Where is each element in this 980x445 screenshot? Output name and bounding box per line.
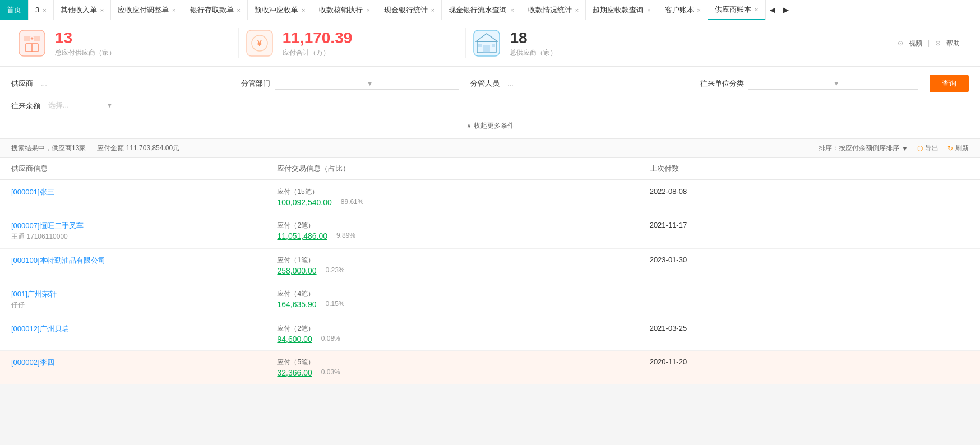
last-pay-cell: 2021-03-25 <box>650 324 863 332</box>
supplier-link[interactable]: [000002]李四 <box>11 358 54 367</box>
refresh-label: 刷新 <box>955 143 969 153</box>
person-input[interactable] <box>504 77 689 90</box>
card1-content: 13 总应付供应商（家） <box>55 29 115 58</box>
person-filter: 分管人员 <box>470 77 689 90</box>
nav-tab-home[interactable]: 首页 <box>0 0 29 20</box>
filter-row-2: 往来余额 选择... ▼ <box>11 98 969 113</box>
nav-tab-other-income-label: 其他收入单 <box>61 5 97 15</box>
supplier-icon: ¥ <box>17 28 47 58</box>
nav-tab-ap-adjust[interactable]: 应收应付调整单 × <box>111 0 183 20</box>
summary-card-total: ¥ 11,170.39 应付合计（万） <box>239 28 466 58</box>
transaction-cell: 应付（1笔） 258,000.00 0.23% <box>277 256 649 275</box>
nav-tab-ap-adjust-label: 应收应付调整单 <box>118 5 169 15</box>
chevron-down-icon: ▼ <box>367 80 456 87</box>
nav-tab-other-income[interactable]: 其他收入单 × <box>54 0 111 20</box>
close-icon[interactable]: × <box>647 7 650 13</box>
table-row: [000012]广州贝瑞 应付（2笔） 94,600.00 0.08% 2021… <box>0 317 980 351</box>
category-filter: 往来单位分类 ▼ <box>700 78 919 90</box>
last-pay-date: 2021-03-25 <box>650 324 687 332</box>
nav-tab-cash-bank-stat-label: 现金银行统计 <box>384 5 428 15</box>
trans-pct: 9.89% <box>336 231 355 239</box>
supplier-info-cell: [000012]广州贝瑞 <box>11 324 277 334</box>
trans-label: 应付（5笔） <box>277 358 649 367</box>
svg-rect-2 <box>34 36 40 41</box>
result-actions: 排序：按应付余额倒序排序 ▼ ⬡ 导出 ↻ 刷新 <box>819 143 969 153</box>
supplier-link[interactable]: [000100]本特勤油品有限公司 <box>11 256 105 265</box>
svg-rect-13 <box>478 44 482 47</box>
category-filter-label: 往来单位分类 <box>700 78 744 89</box>
supplier-link[interactable]: [000001]张三 <box>11 188 54 196</box>
trans-pct: 0.15% <box>326 300 345 308</box>
video-label[interactable]: 视频 <box>909 39 922 48</box>
total-icon: ¥ <box>244 28 275 58</box>
collapse-bar[interactable]: ∧ 收起更多条件 <box>11 119 969 133</box>
close-icon[interactable]: × <box>510 7 514 13</box>
col-header-last-pay: 上次付数 <box>650 164 863 174</box>
nav-tab-overdue-query-label: 超期应收款查询 <box>593 5 644 15</box>
close-icon[interactable]: × <box>100 7 104 13</box>
close-icon[interactable]: × <box>431 7 434 13</box>
close-icon[interactable]: × <box>575 7 579 13</box>
supplier-filter-label: 供应商 <box>11 78 33 89</box>
supplier-info-cell: [000007]恒旺二手叉车 王通 17106110000 <box>11 221 277 242</box>
trans-amount[interactable]: 258,000.00 <box>277 266 316 275</box>
nav-tab-cash-bank-stat[interactable]: 现金银行统计 × <box>377 0 442 20</box>
nav-tab-overdue-query[interactable]: 超期应收款查询 × <box>586 0 658 20</box>
balance-select[interactable]: 选择... ▼ <box>45 98 168 113</box>
close-icon[interactable]: × <box>237 7 241 13</box>
trans-amount[interactable]: 100,092,540.00 <box>277 198 331 207</box>
trans-amount[interactable]: 94,600.00 <box>277 335 312 344</box>
last-pay-date: 2022-08-08 <box>650 187 687 196</box>
query-button[interactable]: 查询 <box>930 75 969 92</box>
close-icon[interactable]: × <box>172 7 175 13</box>
help-label[interactable]: 帮助 <box>946 39 960 48</box>
nav-tab-supplier-account[interactable]: 供应商账本 × <box>708 0 765 20</box>
close-icon[interactable]: × <box>43 7 46 13</box>
refresh-button[interactable]: ↻ 刷新 <box>947 143 969 153</box>
nav-tab-cash-flow[interactable]: 现金银行流水查询 × <box>442 0 521 20</box>
supplier-link[interactable]: [001]广州荣轩 <box>11 290 57 298</box>
close-icon[interactable]: × <box>366 7 369 13</box>
trans-label: 应付（2笔） <box>277 324 649 333</box>
nav-tab-cash-flow-label: 现金银行流水查询 <box>449 5 507 15</box>
close-icon[interactable]: × <box>755 6 758 13</box>
close-icon[interactable]: × <box>302 7 305 13</box>
table-row: [001]广州荣轩 仔仔 应付（4笔） 164,635.90 0.15% <box>0 282 980 317</box>
export-button[interactable]: ⬡ 导出 <box>917 143 939 153</box>
nav-arrow-right[interactable]: ▶ <box>779 0 792 20</box>
nav-tab-collection-stat[interactable]: 收款情况统计 × <box>521 0 586 20</box>
card3-number: 18 <box>510 29 557 48</box>
trans-amount[interactable]: 164,635.90 <box>277 300 316 309</box>
table-row: [000001]张三 应付（15笔） 100,092,540.00 89.61%… <box>0 180 980 214</box>
trans-amount[interactable]: 11,051,486.00 <box>277 231 327 240</box>
nav-tab-bank-deposit[interactable]: 银行存取款单 × <box>183 0 248 20</box>
category-select[interactable]: ▼ <box>748 78 919 90</box>
supplier-input[interactable] <box>38 77 230 90</box>
top-navigation: 首页 3 × 其他收入单 × 应收应付调整单 × 银行存取款单 × 预收冲应收单… <box>0 0 980 20</box>
chevron-down-icon: ▼ <box>833 80 915 87</box>
result-info: 搜索结果中，供应商13家 应付金额 111,703,854.00元 <box>11 143 179 153</box>
svg-rect-0 <box>19 30 45 56</box>
supplier-link[interactable]: [000007]恒旺二手叉车 <box>11 221 84 230</box>
export-icon: ⬡ <box>917 145 923 152</box>
filter-area: 供应商 分管部门 ▼ 分管人员 往来单位分类 ▼ 查询 往来余额 选择 <box>0 67 980 139</box>
sort-selector[interactable]: 排序：按应付余额倒序排序 ▼ <box>819 143 908 153</box>
dept-select[interactable]: ▼ <box>275 78 460 90</box>
last-pay-cell: 2021-11-17 <box>650 221 863 229</box>
nav-tab-receipt-verify[interactable]: 收款核销执行 × <box>312 0 377 20</box>
nav-tab-3[interactable]: 3 × <box>29 0 54 20</box>
close-icon[interactable]: × <box>697 7 701 13</box>
nav-arrow-left[interactable]: ◀ <box>765 0 779 20</box>
balance-filter-label: 往来余额 <box>11 101 40 111</box>
nav-tab-advance-check[interactable]: 预收冲应收单 × <box>248 0 312 20</box>
nav-tab-supplier-account-label: 供应商账本 <box>715 4 751 15</box>
trans-amount[interactable]: 32,366.00 <box>277 368 312 377</box>
supplier-link[interactable]: [000012]广州贝瑞 <box>11 325 69 333</box>
help-area: ⊙ 视频 | ⊙ 帮助 <box>898 39 969 48</box>
nav-tab-customer-account[interactable]: 客户账本 × <box>658 0 708 20</box>
table-header: 供应商信息 应付交易信息（占比） 上次付数 <box>0 158 980 180</box>
supplier-info-cell: [000001]张三 <box>11 187 277 197</box>
card2-content: 11,170.39 应付合计（万） <box>283 29 353 58</box>
balance-select-placeholder: 选择... <box>48 100 107 110</box>
nav-tab-customer-account-label: 客户账本 <box>665 5 694 15</box>
